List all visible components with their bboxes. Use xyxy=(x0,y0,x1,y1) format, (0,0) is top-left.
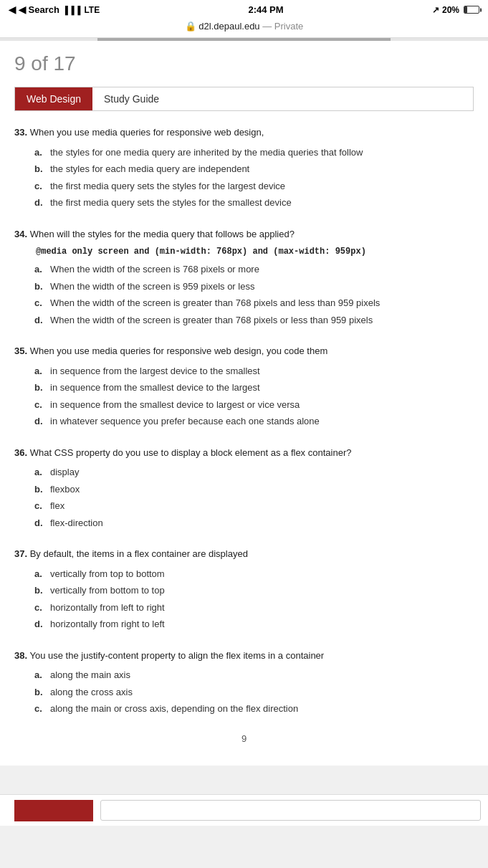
location-icon: ↗ xyxy=(432,5,439,15)
question-38-text: 38. You use the justify-content property… xyxy=(14,649,474,663)
bottom-partial-tab-bar xyxy=(0,794,488,826)
page-indicator: 9 of 17 xyxy=(14,52,474,75)
question-33: 33. When you use media queries for respo… xyxy=(14,125,474,210)
list-item: c. flex xyxy=(34,499,474,513)
list-item: d. horizontally from right to left xyxy=(34,617,474,631)
status-left: ◀ ◀ Search ▐▐▐ LTE xyxy=(9,4,100,15)
list-item: b. When the width of the screen is 959 p… xyxy=(34,280,474,294)
list-item: b. vertically from bottom to top xyxy=(34,583,474,598)
bottom-input-field[interactable] xyxy=(100,800,481,821)
list-item: b. the styles for each media query are i… xyxy=(34,162,474,176)
tab-web-design[interactable]: Web Design xyxy=(15,87,92,110)
list-item: b. along the cross axis xyxy=(34,685,474,700)
bottom-active-tab[interactable] xyxy=(14,800,93,821)
list-item: c. When the width of the screen is great… xyxy=(34,296,474,310)
question-38-options: a. along the main axis b. along the cros… xyxy=(34,668,474,716)
domain-name: d2l.depaul.edu xyxy=(198,21,259,32)
question-34: 34. When will the styles for the media q… xyxy=(14,227,474,328)
list-item: c. horizontally from left to right xyxy=(34,601,474,615)
list-item: c. along the main or cross axis, dependi… xyxy=(34,702,474,716)
question-34-options: a. When the width of the screen is 768 p… xyxy=(34,262,474,327)
bottom-area xyxy=(0,766,488,794)
list-item: a. vertically from top to bottom xyxy=(34,567,474,581)
list-item: b. flexbox xyxy=(34,482,474,497)
question-34-text: 34. When will the styles for the media q… xyxy=(14,227,474,242)
list-item: a. display xyxy=(34,465,474,480)
question-33-text: 33. When you use media queries for respo… xyxy=(14,125,474,140)
questions-container: 33. When you use media queries for respo… xyxy=(14,125,474,716)
question-38: 38. You use the justify-content property… xyxy=(14,649,474,716)
page-number: 9 xyxy=(14,733,474,744)
question-36-options: a. display b. flexbox c. flex d. flex-di… xyxy=(34,465,474,530)
question-36-text: 36. What CSS property do you use to disp… xyxy=(14,446,474,460)
status-bar: ◀ ◀ Search ▐▐▐ LTE 2:44 PM ↗ 20% xyxy=(0,0,488,18)
tab-study-guide[interactable]: Study Guide xyxy=(92,87,171,110)
question-35: 35. When you use media queries for respo… xyxy=(14,344,474,429)
lock-icon: 🔒 xyxy=(185,21,196,32)
question-37: 37. By default, the items in a flex cont… xyxy=(14,547,474,631)
status-right: ↗ 20% xyxy=(432,5,479,15)
main-content: 9 of 17 Web Design Study Guide 33. When … xyxy=(0,41,488,766)
list-item: a. the styles for one media query are in… xyxy=(34,146,474,160)
list-item: b. in sequence from the smallest device … xyxy=(34,381,474,395)
question-37-options: a. vertically from top to bottom b. vert… xyxy=(34,567,474,631)
question-33-options: a. the styles for one media query are in… xyxy=(34,146,474,210)
list-item: a. along the main axis xyxy=(34,668,474,682)
battery-percent: 20% xyxy=(442,5,459,15)
list-item: d. in whatever sequence you prefer becau… xyxy=(34,414,474,429)
list-item: d. flex-direction xyxy=(34,516,474,530)
question-35-options: a. in sequence from the largest device t… xyxy=(34,364,474,429)
question-37-text: 37. By default, the items in a flex cont… xyxy=(14,547,474,561)
network-type: LTE xyxy=(84,5,100,15)
separator: — Private xyxy=(262,21,303,32)
signal-bars: ▐▐▐ xyxy=(62,6,81,14)
tab-bar: Web Design Study Guide xyxy=(14,87,474,111)
back-arrow[interactable]: ◀ xyxy=(9,4,16,15)
list-item: d. When the width of the screen is great… xyxy=(34,313,474,328)
app-name: ◀ Search xyxy=(19,4,59,15)
question-36: 36. What CSS property do you use to disp… xyxy=(14,446,474,530)
status-time: 2:44 PM xyxy=(248,4,283,15)
battery-icon xyxy=(464,6,479,14)
list-item: a. in sequence from the largest device t… xyxy=(34,364,474,378)
list-item: c. in sequence from the smallest device … xyxy=(34,398,474,412)
question-34-code: @media only screen and (min-width: 768px… xyxy=(36,247,474,257)
list-item: a. When the width of the screen is 768 p… xyxy=(34,262,474,277)
list-item: c. the first media query sets the styles… xyxy=(34,179,474,194)
question-35-text: 35. When you use media queries for respo… xyxy=(14,344,474,358)
address-bar[interactable]: 🔒 d2l.depaul.edu — Private xyxy=(0,18,488,38)
list-item: d. the first media query sets the styles… xyxy=(34,196,474,210)
